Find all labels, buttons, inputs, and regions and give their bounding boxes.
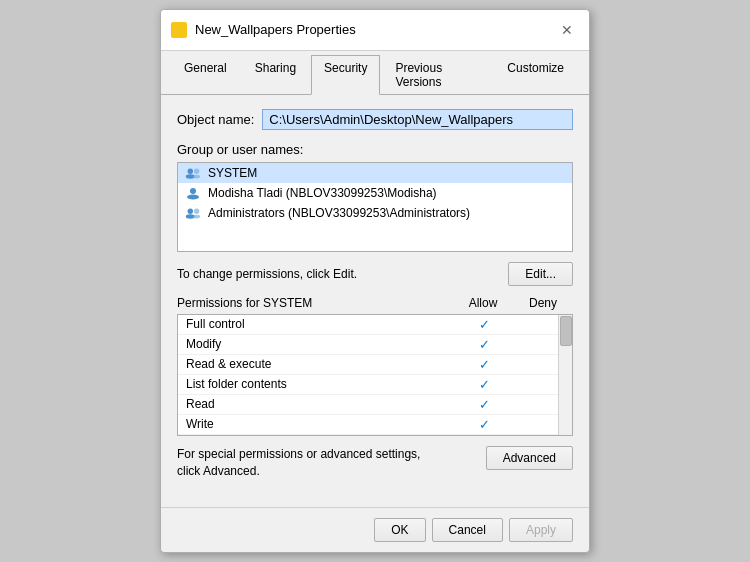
perm-name: Read (186, 397, 454, 411)
perm-row-full-control: Full control ✓ (178, 315, 572, 335)
list-item-text: SYSTEM (208, 166, 257, 180)
perm-name: Write (186, 417, 454, 431)
perm-allow-check: ✓ (454, 337, 514, 352)
perm-allow-check: ✓ (454, 317, 514, 332)
svg-point-5 (187, 194, 199, 199)
advanced-button[interactable]: Advanced (486, 446, 573, 470)
user-listbox[interactable]: SYSTEM Modisha Tladi (NBLOV33099253\Modi… (177, 162, 573, 252)
special-text: For special permissions or advanced sett… (177, 446, 427, 480)
edit-button[interactable]: Edit... (508, 262, 573, 286)
object-name-value: C:\Users\Admin\Desktop\New_Wallpapers (262, 109, 573, 130)
perm-allow-check: ✓ (454, 357, 514, 372)
admins-icon (184, 206, 202, 220)
list-item[interactable]: Modisha Tladi (NBLOV33099253\Modisha) (178, 183, 572, 203)
list-item[interactable]: SYSTEM (178, 163, 572, 183)
perm-row-list-folder: List folder contents ✓ (178, 375, 572, 395)
perm-allow-check: ✓ (454, 377, 514, 392)
special-permissions-row: For special permissions or advanced sett… (177, 446, 573, 480)
tab-customize[interactable]: Customize (494, 55, 577, 94)
apply-button[interactable]: Apply (509, 518, 573, 542)
perm-name: List folder contents (186, 377, 454, 391)
ok-button[interactable]: OK (374, 518, 425, 542)
change-permissions-row: To change permissions, click Edit. Edit.… (177, 262, 573, 286)
object-name-row: Object name: C:\Users\Admin\Desktop\New_… (177, 109, 573, 130)
svg-point-0 (188, 168, 193, 173)
svg-point-4 (190, 188, 196, 194)
cancel-button[interactable]: Cancel (432, 518, 503, 542)
dialog-footer: OK Cancel Apply (161, 507, 589, 552)
perm-row-read: Read ✓ (178, 395, 572, 415)
svg-point-2 (194, 168, 199, 173)
change-permissions-text: To change permissions, click Edit. (177, 267, 357, 281)
permissions-scroll-area[interactable]: Full control ✓ Modify ✓ Read & execute ✓… (178, 315, 572, 435)
perm-row-read-execute: Read & execute ✓ (178, 355, 572, 375)
tab-general[interactable]: General (171, 55, 240, 94)
svg-point-6 (188, 208, 193, 213)
svg-point-8 (194, 208, 199, 213)
perm-row-modify: Modify ✓ (178, 335, 572, 355)
deny-col-header: Deny (513, 296, 573, 310)
perm-name: Full control (186, 317, 454, 331)
tab-sharing[interactable]: Sharing (242, 55, 309, 94)
scrollbar-thumb[interactable] (560, 316, 572, 346)
permissions-table: Full control ✓ Modify ✓ Read & execute ✓… (177, 314, 573, 436)
permissions-title: Permissions for SYSTEM (177, 296, 453, 310)
user-icon (184, 186, 202, 200)
tab-previous-versions[interactable]: Previous Versions (382, 55, 492, 94)
object-name-label: Object name: (177, 112, 254, 127)
list-item-text: Administrators (NBLOV33099253\Administra… (208, 206, 470, 220)
list-item-text: Modisha Tladi (NBLOV33099253\Modisha) (208, 186, 437, 200)
scrollbar-track[interactable] (558, 315, 572, 435)
perm-name: Modify (186, 337, 454, 351)
tab-security[interactable]: Security (311, 55, 380, 95)
properties-dialog: New_Wallpapers Properties ✕ General Shar… (160, 9, 590, 554)
perm-allow-check: ✓ (454, 397, 514, 412)
perm-allow-check: ✓ (454, 417, 514, 432)
group-label: Group or user names: (177, 142, 573, 157)
svg-point-3 (193, 175, 200, 179)
system-icon (184, 166, 202, 180)
close-button[interactable]: ✕ (555, 18, 579, 42)
perm-name: Read & execute (186, 357, 454, 371)
tab-content: Object name: C:\Users\Admin\Desktop\New_… (161, 95, 589, 508)
title-bar: New_Wallpapers Properties ✕ (161, 10, 589, 51)
dialog-title: New_Wallpapers Properties (195, 22, 555, 37)
svg-point-9 (193, 215, 200, 219)
folder-icon (171, 22, 187, 38)
perm-row-write: Write ✓ (178, 415, 572, 435)
allow-col-header: Allow (453, 296, 513, 310)
list-item[interactable]: Administrators (NBLOV33099253\Administra… (178, 203, 572, 223)
permissions-title-row: Permissions for SYSTEM Allow Deny (177, 296, 573, 310)
tab-bar: General Sharing Security Previous Versio… (161, 51, 589, 95)
